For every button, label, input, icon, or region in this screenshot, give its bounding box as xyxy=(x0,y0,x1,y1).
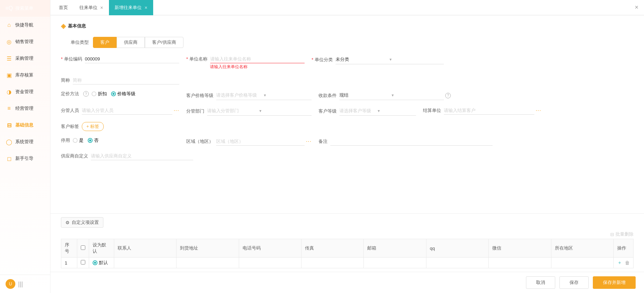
address-input[interactable] xyxy=(180,260,235,266)
batch-delete-label[interactable]: 批量删除 xyxy=(615,231,634,237)
department-label: 分管部门 xyxy=(186,108,204,114)
cell-address[interactable] xyxy=(176,258,239,268)
radio-discount[interactable]: 折扣 xyxy=(92,91,107,97)
select-all-checkbox[interactable] xyxy=(81,245,85,250)
contact-input[interactable] xyxy=(118,260,173,266)
tab-new-partner-close[interactable]: × xyxy=(144,5,147,10)
unit-type-label: 单位类型 xyxy=(61,39,89,46)
row-checkbox[interactable] xyxy=(81,260,85,264)
main-area: 首页 往来单位 × 新增往来单位 × × ◈ 基本信息 单位类型 客户 供应商 … xyxy=(50,0,644,293)
cell-email[interactable] xyxy=(364,258,426,268)
settlement-unit-input[interactable] xyxy=(444,106,534,115)
col-address: 到货地址 xyxy=(176,239,239,258)
tab-partners-label: 往来单位 xyxy=(79,5,97,11)
supplier-custom-input[interactable] xyxy=(91,152,193,160)
type-btn-both[interactable]: 客户/供应商 xyxy=(145,37,183,48)
settlement-dots-btn[interactable]: ··· xyxy=(536,107,541,114)
payment-terms-chevron: ▾ xyxy=(392,93,444,98)
phone-input[interactable] xyxy=(243,260,298,266)
cell-wechat[interactable] xyxy=(489,258,551,268)
qq-input[interactable] xyxy=(430,260,485,266)
sidebar-item-quick-nav[interactable]: ⌂ 快捷导航 xyxy=(0,17,50,33)
sidebar-item-finance[interactable]: ◑ 资金管理 xyxy=(0,83,50,100)
wechat-input[interactable] xyxy=(492,260,547,266)
field-pricing-method: 定价方法 ? 折扣 价格等级 xyxy=(61,91,179,97)
tab-home[interactable]: 首页 xyxy=(53,0,74,15)
quick-nav-icon: ⌂ xyxy=(6,22,13,29)
tab-partners[interactable]: 往来单位 × xyxy=(74,0,109,15)
cell-location[interactable] xyxy=(551,258,613,268)
type-btn-supplier[interactable]: 供应商 xyxy=(117,37,145,48)
radio-no-label: 否 xyxy=(94,137,99,144)
radio-yes-label: 是 xyxy=(79,137,84,144)
customer-level-placeholder: 请选择客户等级 xyxy=(339,108,378,114)
email-input[interactable] xyxy=(367,260,422,266)
add-tag-label: + 标签 xyxy=(86,123,99,130)
radio-price-level[interactable]: 价格等级 xyxy=(111,91,135,97)
row-add-icon[interactable]: ＋ xyxy=(617,260,622,266)
payment-terms-select[interactable]: 现结 ▾ xyxy=(339,91,444,100)
manager-dots-btn[interactable]: ··· xyxy=(174,107,179,114)
section-icon: ◈ xyxy=(61,22,66,30)
add-tag-button[interactable]: + 标签 xyxy=(82,122,104,131)
cell-qq[interactable] xyxy=(426,258,488,268)
sidebar-label-newbie: 新手引导 xyxy=(15,155,33,162)
department-select[interactable]: 请输入分管部门 ▾ xyxy=(207,106,312,116)
basic-icon: ⊟ xyxy=(6,122,13,129)
save-button[interactable]: 保存 xyxy=(559,276,589,289)
payment-help-icon[interactable]: ? xyxy=(445,93,451,98)
sidebar-item-sales[interactable]: ◎ 销售管理 xyxy=(0,33,50,50)
sidebar-item-newbie[interactable]: ◻ 新手引导 xyxy=(0,150,50,167)
form-row-4: 分管人员 ··· 分管部门 请输入分管部门 ▾ 客户等级 请选择客户等级 ▾ xyxy=(61,106,634,116)
cell-phone[interactable] xyxy=(239,258,301,268)
customer-level-select[interactable]: 请选择客户等级 ▾ xyxy=(339,106,416,116)
fax-input[interactable] xyxy=(305,260,360,266)
batch-delete-icon: ⊟ xyxy=(610,232,614,237)
sidebar-item-operations[interactable]: ≡ 经营管理 xyxy=(0,100,50,117)
tab-bar: 首页 往来单位 × 新增往来单位 × × xyxy=(50,0,644,15)
batch-delete-row: ⊟ 批量删除 xyxy=(61,231,634,237)
tab-new-partner[interactable]: 新增往来单位 × xyxy=(109,0,153,15)
radio-no[interactable]: 否 xyxy=(88,137,99,144)
radio-yes[interactable]: 是 xyxy=(73,137,84,144)
pricing-radio-group: 折扣 价格等级 xyxy=(92,91,135,97)
unit-name-wrap xyxy=(210,55,305,63)
col-default: 设为默认 xyxy=(89,239,114,258)
region-dots-btn[interactable]: ··· xyxy=(306,138,312,145)
region-input[interactable] xyxy=(216,137,305,146)
remark-input[interactable] xyxy=(330,137,493,146)
sidebar-item-inventory[interactable]: ▣ 库存核算 xyxy=(0,67,50,83)
col-seq: 序号 xyxy=(61,239,77,258)
field-short-name: 简称 xyxy=(61,76,179,84)
sidebar-item-search[interactable]: ≡Q 搜索菜单 xyxy=(0,0,50,17)
tab-partners-close[interactable]: × xyxy=(100,5,103,10)
col-fax: 传真 xyxy=(301,239,364,258)
customer-price-level-select[interactable]: 请选择客户价格等级 ▾ xyxy=(216,91,312,100)
row-actions: ＋ 🗑 xyxy=(617,260,630,266)
unit-category-select[interactable]: 未分类 ▾ xyxy=(336,55,444,64)
sidebar-item-basic[interactable]: ⊟ 基础信息 xyxy=(0,117,50,133)
row-default-label: 默认 xyxy=(99,260,108,266)
form-row-2: 简称 xyxy=(61,76,634,84)
cell-contact[interactable] xyxy=(114,258,176,268)
footer: 取消 保存 保存并新增 xyxy=(50,272,644,293)
row-delete-icon[interactable]: 🗑 xyxy=(625,260,630,266)
cancel-button[interactable]: 取消 xyxy=(526,276,555,289)
custom-settings-button[interactable]: ⚙ 自定义项设置 xyxy=(61,217,103,228)
pricing-help-icon[interactable]: ? xyxy=(83,91,89,97)
type-btn-customer[interactable]: 客户 xyxy=(93,37,117,48)
sidebar-item-purchase[interactable]: ☰ 采购管理 xyxy=(0,50,50,67)
unit-name-input[interactable] xyxy=(210,55,305,63)
row-default-radio[interactable] xyxy=(93,260,97,265)
save-new-button[interactable]: 保存并新增 xyxy=(593,276,636,289)
location-input[interactable] xyxy=(555,260,610,266)
unit-code-input[interactable] xyxy=(85,55,179,63)
radio-yes-circle xyxy=(73,138,78,143)
sidebar-item-system[interactable]: ◯ 系统管理 xyxy=(0,133,50,150)
cell-fax[interactable] xyxy=(301,258,364,268)
window-close-button[interactable]: × xyxy=(632,4,641,11)
col-qq: qq xyxy=(426,239,488,258)
manager-input[interactable] xyxy=(82,106,172,115)
disabled-label: 停用 xyxy=(61,137,70,144)
short-name-input[interactable] xyxy=(73,76,179,84)
